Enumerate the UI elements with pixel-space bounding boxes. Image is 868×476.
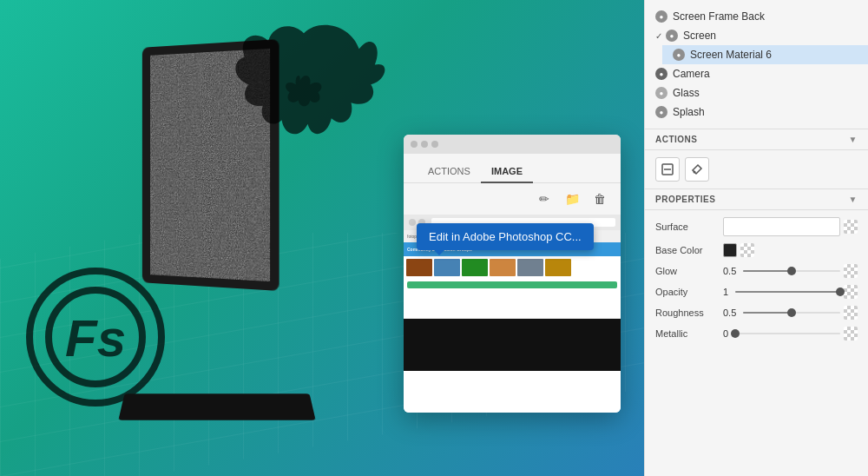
grid-item-4 [490, 259, 516, 276]
roughness-value: 0.5 [723, 307, 736, 318]
roughness-slider[interactable] [743, 312, 840, 314]
glow-slider-fill [743, 270, 792, 272]
panel-black-area [404, 319, 621, 371]
roughness-row: Roughness 0.5 [655, 306, 858, 320]
layer-icon-sfb: ● [655, 10, 667, 23]
svg-text:Fs: Fs [65, 309, 126, 367]
roughness-checker [844, 306, 858, 320]
glow-checker [844, 264, 858, 278]
grid-item-5 [517, 259, 543, 276]
actions-area [645, 150, 868, 189]
layer-icon-sm6: ● [673, 49, 685, 61]
opacity-slider-thumb [836, 288, 845, 296]
opacity-label: Opacity [655, 287, 716, 297]
pedestal [118, 393, 315, 420]
grid-item-2 [434, 259, 460, 276]
surface-row: Surface [655, 217, 858, 236]
trash-tool-button[interactable]: 🗑 [589, 188, 610, 209]
tab-image[interactable]: IMAGE [481, 161, 533, 183]
actions-section-header: ACTIONS ▼ [645, 129, 868, 150]
edit-action-button[interactable] [655, 157, 680, 182]
grid-item-6 [545, 259, 571, 276]
layer-icon-camera: ● [655, 68, 667, 80]
metallic-row: Metallic 0 [655, 327, 858, 340]
panel-tabs: ACTIONS IMAGE [404, 154, 621, 183]
panel-toolbar: ✏ 📁 🗑 [404, 183, 621, 215]
metallic-slider-thumb [731, 329, 740, 338]
right-panel: ● Screen Frame Back ✓ ● Screen ● Screen … [644, 0, 868, 476]
content-grid [404, 256, 621, 279]
opacity-value: 1 [723, 287, 728, 297]
panel-dot-2 [421, 141, 428, 148]
properties-section: Surface Base Color Glow 0.5 [645, 210, 868, 476]
progress-bar [407, 281, 617, 288]
opacity-slider[interactable] [735, 291, 840, 293]
layer-item-glass[interactable]: ● Glass [645, 83, 868, 102]
metallic-label: Metallic [655, 328, 716, 339]
actions-toggle[interactable]: ▼ [849, 135, 858, 144]
panel-dot-1 [411, 141, 418, 148]
dropper-action-button[interactable] [685, 157, 709, 182]
layer-item-screen-material-6[interactable]: ● Screen Material 6 [662, 45, 868, 64]
base-color-row: Base Color [655, 243, 858, 257]
nav-dot-back [409, 219, 416, 226]
glow-slider-container: 0.5 [723, 264, 858, 278]
splash-figure [217, 17, 391, 191]
surface-dropdown[interactable] [723, 217, 840, 236]
glow-slider-thumb [787, 267, 796, 275]
panel-dots [411, 141, 438, 148]
properties-section-header: PROPERTIES ▼ [645, 189, 868, 210]
photoshop-tooltip[interactable]: Edit in Adobe Photoshop CC... [417, 223, 594, 250]
layer-icon-splash: ● [655, 106, 667, 118]
glow-value: 0.5 [723, 266, 736, 276]
surface-label: Surface [655, 221, 716, 232]
glow-label: Glow [655, 266, 716, 276]
grid-item-1 [406, 259, 432, 276]
dropper-icon [691, 163, 703, 175]
viewport-3d: Fs ACT [0, 0, 644, 476]
panel-dot-3 [431, 141, 438, 148]
layer-item-camera[interactable]: ● Camera [645, 64, 868, 83]
glow-row: Glow 0.5 [655, 264, 858, 278]
layer-tree: ● Screen Frame Back ✓ ● Screen ● Screen … [645, 0, 868, 129]
tab-color[interactable]: ACTIONS [418, 161, 481, 183]
metallic-value: 0 [723, 328, 728, 339]
layer-item-screen[interactable]: ✓ ● Screen [645, 26, 868, 45]
base-color-checker [740, 243, 754, 257]
metallic-checker [844, 327, 858, 340]
surface-checker [844, 220, 858, 234]
edit-icon [661, 163, 674, 175]
roughness-label: Roughness [655, 307, 716, 318]
layer-item-screen-frame-back[interactable]: ● Screen Frame Back [645, 7, 868, 26]
svg-point-11 [694, 171, 696, 174]
base-color-swatch[interactable] [723, 243, 737, 257]
glow-slider[interactable] [743, 270, 840, 272]
brush-tool-button[interactable]: ✏ [534, 188, 555, 209]
folder-tool-button[interactable]: 📁 [562, 188, 582, 209]
roughness-slider-fill [743, 312, 792, 314]
layer-item-splash[interactable]: ● Splash [645, 102, 868, 122]
roughness-slider-container: 0.5 [723, 306, 858, 320]
layer-icon-screen: ● [666, 30, 678, 42]
chevron-down-icon: ✓ [655, 31, 662, 41]
roughness-slider-thumb [787, 308, 796, 317]
metallic-slider-container: 0 [723, 327, 858, 340]
metallic-slider[interactable] [735, 333, 840, 334]
opacity-slider-container: 1 [723, 285, 858, 299]
properties-toggle[interactable]: ▼ [849, 195, 858, 204]
material-panel: ACTIONS IMAGE ✏ 📁 🗑 fotoppers [404, 135, 621, 413]
grid-item-3 [462, 259, 488, 276]
opacity-slider-fill [735, 291, 840, 293]
opacity-checker [844, 285, 858, 299]
base-color-label: Base Color [655, 245, 716, 255]
layer-icon-glass: ● [655, 87, 667, 99]
fs-logo: Fs [26, 268, 165, 407]
panel-titlebar [404, 135, 621, 154]
opacity-row: Opacity 1 [655, 285, 858, 299]
